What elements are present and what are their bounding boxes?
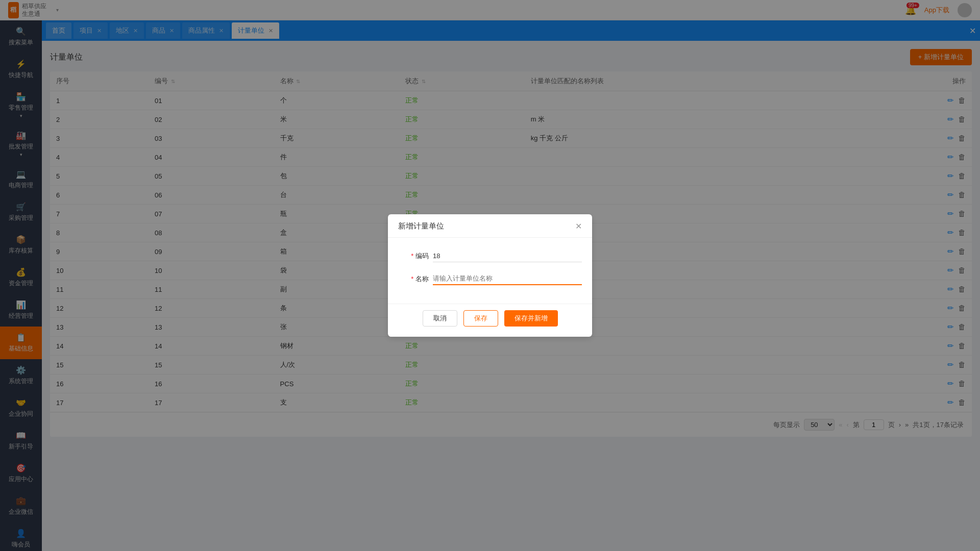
modal-footer: 取消 保存 保存并新增 [388,304,592,337]
code-label: 编码 [398,252,429,261]
form-row-name: 名称 [398,272,582,285]
modal-close-button[interactable]: ✕ [575,221,582,231]
modal-title: 新增计量单位 [398,221,444,231]
code-input[interactable] [433,250,582,262]
modal-header: 新增计量单位 ✕ [388,214,592,238]
name-input[interactable] [433,272,582,285]
form-row-code: 编码 [398,250,582,262]
add-unit-modal: 新增计量单位 ✕ 编码 名称 取消 保存 保存并新增 [388,214,592,337]
name-label: 名称 [398,274,429,284]
save-button[interactable]: 保存 [463,310,498,327]
modal-overlay[interactable]: 新增计量单位 ✕ 编码 名称 取消 保存 保存并新增 [0,0,980,551]
modal-body: 编码 名称 [388,238,592,304]
cancel-button[interactable]: 取消 [423,310,457,327]
save-new-button[interactable]: 保存并新增 [504,310,558,327]
